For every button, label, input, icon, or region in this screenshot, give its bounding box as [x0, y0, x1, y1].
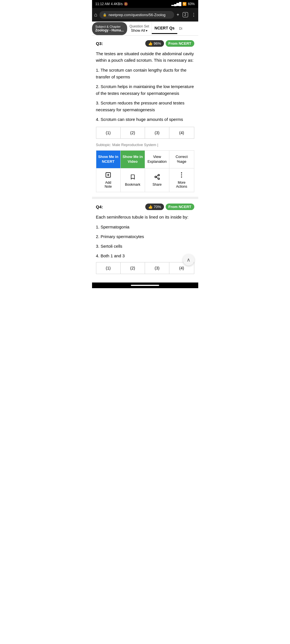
svg-line-7: [156, 176, 158, 177]
question-4-percent-badge: 👍 70%: [145, 204, 164, 210]
svg-point-9: [181, 174, 182, 176]
question-3-ncert-badge: From NCERT: [166, 40, 194, 47]
subject-chapter-tab[interactable]: Subject & Chapter Zoology - Huma...: [92, 22, 127, 35]
bookmark-icon: [130, 174, 135, 181]
svg-point-3: [158, 174, 159, 176]
correct-percentage-button[interactable]: Correct %age: [169, 151, 194, 168]
answer-choices-grid-q4: (1) (2) (3) (4): [96, 262, 194, 274]
action-row-2: AddNote Bookmark Share: [96, 168, 194, 192]
bookmark-button[interactable]: Bookmark: [121, 168, 145, 192]
question-4-text: Each seminiferous tubule is lined on its…: [96, 214, 194, 221]
question-4-badges: 👍 70% From NCERT: [145, 204, 194, 210]
question-3-option-1: 1. The scrotum can contain lengthy ducts…: [96, 67, 194, 80]
svg-point-5: [158, 178, 159, 179]
view-explanation-button[interactable]: View Explanation: [145, 151, 169, 168]
new-tab-icon[interactable]: +: [176, 12, 179, 17]
share-label: Share: [153, 183, 162, 187]
status-bar: 11:12 AM 4.4KB/s 🔕 ▂▄▆█ 🛜 60%: [92, 0, 198, 8]
lock-icon: 🔒: [103, 13, 107, 17]
share-button[interactable]: Share: [145, 168, 169, 192]
answer-choice-3[interactable]: (3): [145, 127, 169, 138]
thumbsup-icon-q4: 👍: [148, 205, 153, 209]
question-set-tab[interactable]: Question Set Show All: [127, 22, 152, 35]
scroll-to-top-button[interactable]: ∧: [183, 254, 194, 266]
more-menu-icon[interactable]: ⋮: [191, 12, 196, 18]
percent-value: 96%: [154, 41, 161, 46]
more-actions-label: MoreActions: [176, 181, 187, 189]
question-4-number: Q4:: [96, 204, 103, 209]
url-text: neetprep.com/questions/56-Zoolog: [108, 13, 165, 17]
question-3-number: Q3:: [96, 41, 103, 46]
subject-line1: Subject & Chapter: [95, 25, 124, 28]
share-icon: [154, 174, 160, 181]
network-icon: 🔕: [124, 2, 128, 6]
status-right: ▂▄▆█ 🛜 60%: [171, 2, 195, 6]
more-actions-icon: [181, 172, 182, 179]
url-bar[interactable]: 🔒 neetprep.com/questions/56-Zoolog: [99, 11, 174, 19]
action-row-1: Show Me in NCERT Show Me in Video View E…: [96, 150, 194, 168]
home-icon[interactable]: ⌂: [94, 12, 97, 18]
svg-point-10: [181, 176, 182, 177]
subtopic-label: Subtopic: Male Reproductive System |: [96, 143, 194, 147]
chevron-down-icon: [146, 28, 148, 33]
question-3-percent-badge: 👍 96%: [145, 40, 164, 47]
question-4-header: Q4: 👍 70% From NCERT: [96, 204, 194, 210]
battery-display: 60%: [188, 2, 195, 6]
chevron-up-icon: ∧: [187, 257, 190, 263]
svg-point-4: [155, 176, 156, 178]
subject-line2: Zoology - Huma...: [95, 28, 124, 32]
question-4-option-1: 1. Spermatogonia: [96, 224, 194, 230]
question-3-badges: 👍 96% From NCERT: [145, 40, 194, 47]
answer-choices-grid: (1) (2) (3) (4): [96, 127, 194, 139]
answer-choice-4[interactable]: (4): [169, 127, 194, 138]
question-4-ncert-badge: From NCERT: [166, 204, 194, 210]
question-3-card: Q3: 👍 96% From NCERT The testes are situ…: [92, 36, 198, 199]
question-3-option-3: 3. Scrotum reduces the pressure around t…: [96, 100, 194, 113]
status-left: 11:12 AM 4.4KB/s 🔕: [95, 2, 128, 6]
question-4-option-4: 4. Both 1 and 3: [96, 253, 194, 259]
q4-answer-choice-2[interactable]: (2): [121, 262, 145, 274]
signal-icon: ▂▄▆█: [171, 2, 181, 6]
answer-choice-2[interactable]: (2): [121, 127, 145, 138]
question-3-option-2: 2. Scrotum helps in maintaining the low …: [96, 83, 194, 97]
question-4-option-2: 2. Primary spermatocytes: [96, 233, 194, 240]
network-speed: 4.4KB/s: [111, 2, 123, 6]
tab-count[interactable]: 2: [183, 12, 188, 17]
di-tab[interactable]: Di: [177, 24, 184, 33]
thumbsup-icon: 👍: [148, 41, 153, 46]
svg-line-6: [156, 177, 158, 178]
add-note-button[interactable]: AddNote: [96, 168, 121, 192]
q4-answer-choice-3[interactable]: (3): [145, 262, 169, 274]
show-in-ncert-button[interactable]: Show Me in NCERT: [96, 151, 121, 168]
wifi-icon: 🛜: [182, 2, 187, 6]
nav-bar: Subject & Chapter Zoology - Huma... Ques…: [92, 22, 198, 36]
question-4-card: Q4: 👍 70% From NCERT Each seminiferous t…: [92, 199, 198, 283]
answer-choice-1[interactable]: (1): [96, 127, 121, 138]
bookmark-label: Bookmark: [125, 183, 140, 187]
home-indicator: [131, 285, 159, 286]
q4-answer-choice-1[interactable]: (1): [96, 262, 121, 274]
svg-point-8: [181, 172, 182, 174]
question-3-text: The testes are situated outside the abdo…: [96, 51, 194, 63]
bottom-bar: [92, 283, 198, 288]
more-actions-button[interactable]: MoreActions: [169, 168, 194, 192]
question-3-header: Q3: 👍 96% From NCERT: [96, 40, 194, 47]
question-4-option-3: 3. Sertoli cells: [96, 243, 194, 250]
add-note-label: AddNote: [105, 181, 112, 189]
browser-actions: + 2 ⋮: [176, 12, 196, 18]
browser-bar: ⌂ 🔒 neetprep.com/questions/56-Zoolog + 2…: [92, 8, 198, 22]
q4-percent-value: 70%: [154, 205, 161, 209]
qset-value: Show All: [131, 28, 148, 33]
question-3-option-4: 4. Scrotum can store huge amounts of spe…: [96, 116, 194, 123]
time-display: 11:12 AM: [95, 2, 110, 6]
add-note-icon: [105, 172, 111, 179]
show-in-video-button[interactable]: Show Me in Video: [121, 151, 145, 168]
qset-label: Question Set: [129, 24, 149, 28]
ncert-qs-tab[interactable]: NCERT Qs: [152, 23, 178, 34]
